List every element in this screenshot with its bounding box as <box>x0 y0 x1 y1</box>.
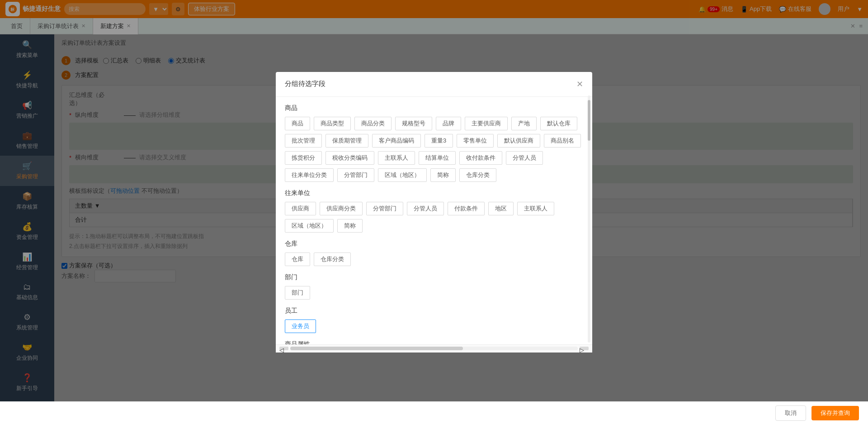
cancel-btn[interactable]: 取消 <box>775 405 806 421</box>
section-goods-attr-title: 商品属性 <box>285 340 583 344</box>
field-tag-customer-code[interactable]: 客户商品编码 <box>372 134 421 148</box>
field-tag-department[interactable]: 部门 <box>285 286 310 300</box>
field-tag-counterpart-category[interactable]: 往来单位分类 <box>285 168 334 182</box>
h-scroll-track <box>290 347 578 350</box>
modal: 分组待选字段 ✕ 商品 商品 商品类型 商品分类 规格型号 品牌 主要供应商 产… <box>276 72 592 353</box>
section-department-tags: 部门 <box>285 286 583 300</box>
field-tag-payment-cond[interactable]: 付款条件 <box>448 202 485 215</box>
field-tag-goods-category[interactable]: 商品分类 <box>354 117 392 130</box>
section-warehouse: 仓库 仓库 仓库分类 <box>285 240 583 266</box>
field-tag-warehouse-category[interactable]: 仓库分类 <box>314 252 351 266</box>
field-tag-tax-code[interactable]: 税收分类编码 <box>326 151 374 165</box>
save-btn[interactable]: 保存并查询 <box>811 406 859 420</box>
field-tag-region2[interactable]: 区域（地区） <box>285 219 334 233</box>
field-tag-goods-alias[interactable]: 商品别名 <box>544 134 581 148</box>
field-tag-manage-dept[interactable]: 分管部门 <box>366 202 403 215</box>
field-tag-dept[interactable]: 分管部门 <box>337 168 374 182</box>
modal-header: 分组待选字段 ✕ <box>276 72 592 97</box>
field-tag-spec-type[interactable]: 规格型号 <box>395 117 432 130</box>
field-tag-brand[interactable]: 品牌 <box>436 117 461 130</box>
h-scroll-thumb[interactable] <box>290 347 463 350</box>
modal-scrollbar-thumb[interactable] <box>588 100 590 141</box>
field-tag-abbr2[interactable]: 简称 <box>337 219 363 233</box>
field-tag-pick-points[interactable]: 拣货积分 <box>285 151 322 165</box>
section-warehouse-tags: 仓库 仓库分类 <box>285 252 583 266</box>
section-employee: 员工 业务员 <box>285 307 583 333</box>
field-tag-supplier[interactable]: 供应商 <box>285 202 316 215</box>
field-tag-quality-mgmt[interactable]: 保质期管理 <box>326 134 368 148</box>
modal-title: 分组待选字段 <box>285 80 326 88</box>
section-counterpart-tags: 供应商 供应商分类 分管部门 分管人员 付款条件 地区 主联系人 区域（地区） … <box>285 202 583 233</box>
field-tag-payment-terms[interactable]: 收付款条件 <box>459 151 502 165</box>
modal-scrollbar-track <box>588 95 590 343</box>
field-tag-warehouse[interactable]: 仓库 <box>285 252 310 266</box>
field-tag-main-supplier[interactable]: 主要供应商 <box>465 117 508 130</box>
field-tag-default-warehouse[interactable]: 默认仓库 <box>540 117 577 130</box>
section-employee-title: 员工 <box>285 307 583 315</box>
section-department-title: 部门 <box>285 273 583 281</box>
field-tag-batch-mgmt[interactable]: 批次管理 <box>285 134 322 148</box>
modal-overlay: 分组待选字段 ✕ 商品 商品 商品类型 商品分类 规格型号 品牌 主要供应商 产… <box>0 0 868 424</box>
field-tag-default-supplier[interactable]: 默认供应商 <box>497 134 540 148</box>
section-warehouse-title: 仓库 <box>285 240 583 248</box>
field-tag-goods-type[interactable]: 商品类型 <box>314 117 351 130</box>
section-goods-title: 商品 <box>285 104 583 112</box>
modal-footer-scroll: ◁ ▷ <box>276 344 592 353</box>
field-tag-manager[interactable]: 分管人员 <box>506 151 543 165</box>
field-tag-manage-person[interactable]: 分管人员 <box>407 202 444 215</box>
section-department: 部门 部门 <box>285 273 583 300</box>
field-tag-weight3[interactable]: 重量3 <box>425 134 453 148</box>
field-tag-supplier-cat[interactable]: 供应商分类 <box>320 202 363 215</box>
modal-body[interactable]: 商品 商品 商品类型 商品分类 规格型号 品牌 主要供应商 产地 默认仓库 批次… <box>276 97 592 344</box>
field-tag-area[interactable]: 地区 <box>488 202 514 215</box>
h-scroll-right-btn[interactable]: ▷ <box>580 347 589 350</box>
field-tag-abbr[interactable]: 简称 <box>430 168 456 182</box>
section-goods-tags: 商品 商品类型 商品分类 规格型号 品牌 主要供应商 产地 默认仓库 批次管理 … <box>285 117 583 182</box>
global-bottom-bar: 取消 保存并查询 <box>0 401 868 424</box>
field-tag-retail-unit[interactable]: 零售单位 <box>457 134 494 148</box>
field-tag-goods[interactable]: 商品 <box>285 117 310 130</box>
section-employee-tags: 业务员 <box>285 319 583 333</box>
field-tag-main-contact2[interactable]: 主联系人 <box>517 202 554 215</box>
section-goods-attr: 商品属性 属性 颜色 多规格 尺码 鞋码 1 <box>285 340 583 344</box>
field-tag-region[interactable]: 区域（地区） <box>378 168 427 182</box>
section-counterpart-title: 往来单位 <box>285 189 583 197</box>
field-tag-salesperson[interactable]: 业务员 <box>285 319 316 333</box>
h-scroll-left-btn[interactable]: ◁ <box>279 347 288 350</box>
field-tag-warehouse-cat[interactable]: 仓库分类 <box>459 168 496 182</box>
field-tag-main-contact[interactable]: 主联系人 <box>378 151 415 165</box>
field-tag-settlement-unit[interactable]: 结算单位 <box>419 151 456 165</box>
field-tag-origin[interactable]: 产地 <box>511 117 537 130</box>
section-counterpart: 往来单位 供应商 供应商分类 分管部门 分管人员 付款条件 地区 主联系人 区域… <box>285 189 583 233</box>
section-goods: 商品 商品 商品类型 商品分类 规格型号 品牌 主要供应商 产地 默认仓库 批次… <box>285 104 583 182</box>
modal-close-btn[interactable]: ✕ <box>576 79 583 89</box>
